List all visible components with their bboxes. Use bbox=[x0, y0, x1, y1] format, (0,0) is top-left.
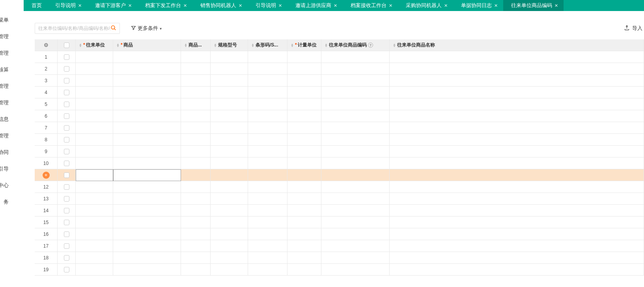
cell[interactable] bbox=[287, 110, 321, 122]
cell[interactable] bbox=[321, 264, 390, 276]
cell[interactable] bbox=[390, 193, 644, 205]
cell[interactable] bbox=[390, 169, 644, 181]
cell[interactable] bbox=[390, 205, 644, 217]
table-row[interactable]: 19 bbox=[35, 264, 644, 276]
cell[interactable] bbox=[76, 157, 113, 169]
row-checkbox[interactable] bbox=[64, 125, 69, 131]
cell[interactable] bbox=[113, 75, 181, 87]
cell[interactable] bbox=[181, 181, 211, 193]
cell[interactable] bbox=[181, 110, 211, 122]
cell[interactable] bbox=[321, 205, 390, 217]
cell[interactable] bbox=[321, 63, 390, 75]
sidebar-item[interactable]: 信息 bbox=[0, 111, 11, 128]
cell[interactable] bbox=[76, 146, 113, 157]
cell[interactable] bbox=[248, 122, 287, 134]
cell[interactable] bbox=[113, 228, 181, 240]
checkbox-all[interactable] bbox=[64, 43, 69, 48]
cell[interactable] bbox=[181, 51, 211, 63]
add-row[interactable]: + bbox=[35, 169, 644, 181]
column-product[interactable]: ▲▼*商品 bbox=[113, 39, 181, 51]
sidebar-item[interactable]: 引导 bbox=[0, 161, 11, 177]
table-row[interactable]: 10 bbox=[35, 157, 644, 169]
cell[interactable] bbox=[113, 193, 181, 205]
cell[interactable] bbox=[287, 205, 321, 217]
cell[interactable] bbox=[113, 157, 181, 169]
cell[interactable] bbox=[76, 252, 113, 264]
cell[interactable] bbox=[113, 240, 181, 252]
table-row[interactable]: 15 bbox=[35, 217, 644, 228]
sidebar-item[interactable]: 菜单 bbox=[0, 12, 11, 28]
cell[interactable] bbox=[287, 87, 321, 98]
cell[interactable] bbox=[321, 217, 390, 228]
cell[interactable] bbox=[181, 63, 211, 75]
cell[interactable] bbox=[113, 98, 181, 110]
cell[interactable] bbox=[113, 134, 181, 146]
cell[interactable] bbox=[113, 205, 181, 217]
cell[interactable] bbox=[390, 264, 644, 276]
cell[interactable] bbox=[390, 228, 644, 240]
cell[interactable] bbox=[248, 264, 287, 276]
cell[interactable] bbox=[248, 252, 287, 264]
close-icon[interactable]: ✕ bbox=[554, 3, 558, 8]
cell[interactable] bbox=[321, 110, 390, 122]
table-row[interactable]: 1 bbox=[35, 51, 644, 63]
table-row[interactable]: 13 bbox=[35, 193, 644, 205]
cell[interactable] bbox=[248, 193, 287, 205]
cell[interactable] bbox=[287, 51, 321, 63]
cell[interactable] bbox=[390, 98, 644, 110]
close-icon[interactable]: ✕ bbox=[183, 3, 187, 8]
cell[interactable] bbox=[248, 181, 287, 193]
row-checkbox[interactable] bbox=[64, 184, 69, 190]
cell[interactable] bbox=[181, 228, 211, 240]
cell[interactable] bbox=[211, 169, 248, 181]
cell[interactable] bbox=[287, 157, 321, 169]
cell[interactable] bbox=[390, 157, 644, 169]
sidebar-item[interactable]: 核算 bbox=[0, 61, 11, 78]
cell[interactable] bbox=[321, 240, 390, 252]
cell[interactable] bbox=[76, 51, 113, 63]
cell[interactable] bbox=[248, 87, 287, 98]
cell[interactable] bbox=[113, 110, 181, 122]
row-checkbox[interactable] bbox=[64, 243, 69, 249]
row-checkbox[interactable] bbox=[64, 113, 69, 119]
row-checkbox[interactable] bbox=[64, 161, 69, 166]
editable-cell[interactable] bbox=[76, 169, 113, 181]
cell[interactable] bbox=[76, 228, 113, 240]
table-row[interactable]: 6 bbox=[35, 110, 644, 122]
cell[interactable] bbox=[390, 75, 644, 87]
cell[interactable] bbox=[321, 169, 390, 181]
cell[interactable] bbox=[76, 122, 113, 134]
table-row[interactable]: 9 bbox=[35, 146, 644, 157]
cell[interactable] bbox=[248, 157, 287, 169]
cell[interactable] bbox=[287, 75, 321, 87]
tab[interactable]: 档案下发工作台✕ bbox=[137, 0, 192, 11]
row-checkbox[interactable] bbox=[64, 102, 69, 107]
cell[interactable] bbox=[76, 205, 113, 217]
sidebar-item[interactable]: 务 bbox=[0, 194, 11, 210]
column-unit-code[interactable]: ▲▼往来单位商品编码? bbox=[321, 39, 390, 51]
column-spec[interactable]: ▲▼规格型号 bbox=[211, 39, 248, 51]
cell[interactable] bbox=[181, 193, 211, 205]
sidebar-item[interactable]: 管理 bbox=[0, 45, 11, 61]
cell[interactable] bbox=[181, 240, 211, 252]
cell[interactable] bbox=[287, 146, 321, 157]
cell[interactable] bbox=[211, 193, 248, 205]
cell[interactable] bbox=[113, 252, 181, 264]
more-filter-button[interactable]: 更多条件 ▾ bbox=[131, 25, 162, 32]
column-product-cat[interactable]: ▲▼商品... bbox=[181, 39, 211, 51]
cell[interactable] bbox=[181, 157, 211, 169]
cell[interactable] bbox=[390, 122, 644, 134]
cell[interactable] bbox=[181, 122, 211, 134]
sidebar-item[interactable]: 中心 bbox=[0, 177, 11, 194]
cell[interactable] bbox=[113, 122, 181, 134]
cell[interactable] bbox=[113, 51, 181, 63]
table-row[interactable]: 7 bbox=[35, 122, 644, 134]
cell[interactable] bbox=[113, 87, 181, 98]
table-row[interactable]: 16 bbox=[35, 228, 644, 240]
cell[interactable] bbox=[321, 75, 390, 87]
cell[interactable] bbox=[181, 146, 211, 157]
cell[interactable] bbox=[211, 98, 248, 110]
cell[interactable] bbox=[181, 87, 211, 98]
cell[interactable] bbox=[248, 110, 287, 122]
cell[interactable] bbox=[321, 157, 390, 169]
